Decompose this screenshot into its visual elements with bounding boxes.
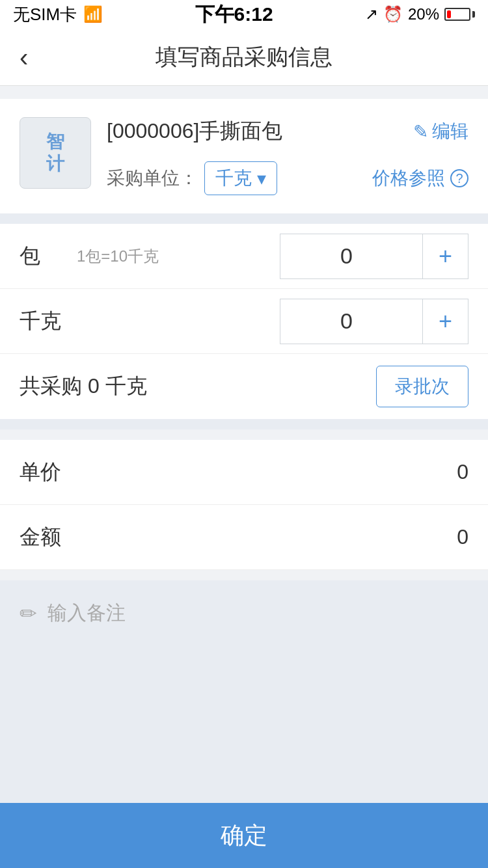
pencil-icon: ✏ (20, 601, 37, 626)
status-bar: 无SIM卡 📶 下午6:12 ↗ ⏰ 20% (0, 0, 488, 29)
product-card: 智 计 [0000006]手撕面包 ✎ 编辑 采购单位： 千克 ▾ 价格参照 ? (0, 99, 488, 213)
bag-label: 包 (20, 242, 72, 271)
unit-selector-group: 采购单位： 千克 ▾ (107, 161, 277, 195)
amount-label: 金额 (20, 523, 61, 552)
unit-price-label: 单价 (20, 458, 61, 487)
unit-price-row: 单价 0 (0, 440, 488, 505)
price-reference-button[interactable]: 价格参照 ? (372, 166, 468, 191)
section-divider-2 (0, 419, 488, 429)
kg-label: 千克 (20, 307, 72, 336)
help-icon: ? (450, 169, 468, 187)
bag-input-controls: + (280, 234, 468, 279)
page-title: 填写商品采购信息 (156, 42, 332, 72)
input-section: 包 1包=10千克 + 千克 + 共采购 0 千克 录批次 (0, 224, 488, 419)
kg-plus-button[interactable]: + (423, 299, 468, 344)
bag-quantity-input[interactable] (280, 234, 423, 279)
product-image: 智 计 (20, 117, 91, 189)
bag-input-row: 包 1包=10千克 + (0, 224, 488, 289)
kg-plus-icon: + (439, 308, 452, 335)
unit-value: 千克 (215, 166, 252, 191)
status-right: ↗ ⏰ 20% (365, 5, 475, 23)
bag-plus-button[interactable]: + (423, 234, 468, 279)
confirm-button[interactable]: 确定 (0, 803, 488, 868)
amount-value: 0 (457, 525, 468, 549)
bag-plus-icon: + (439, 243, 452, 270)
product-name: [0000006]手撕面包 (107, 117, 282, 146)
battery-percent: 20% (408, 5, 439, 23)
wifi-icon: 📶 (83, 5, 103, 23)
price-section: 单价 0 金额 0 (0, 440, 488, 570)
product-info: [0000006]手撕面包 ✎ 编辑 采购单位： 千克 ▾ 价格参照 ? (107, 117, 468, 195)
location-icon: ↗ (365, 5, 378, 23)
unit-dropdown[interactable]: 千克 ▾ (204, 161, 277, 195)
alarm-icon: ⏰ (383, 5, 403, 23)
carrier-text: 无SIM卡 (13, 3, 77, 26)
back-button[interactable]: ‹ (20, 44, 28, 70)
edit-button[interactable]: ✎ 编辑 (413, 119, 468, 144)
section-divider-1 (0, 213, 488, 224)
content-area (0, 646, 488, 828)
battery-icon (444, 8, 475, 21)
bag-sublabel: 1包=10千克 (77, 246, 159, 267)
product-name-row: [0000006]手撕面包 ✎ 编辑 (107, 117, 468, 146)
status-left: 无SIM卡 📶 (13, 3, 103, 26)
edit-icon: ✎ (413, 121, 428, 142)
summary-text: 共采购 0 千克 (20, 372, 147, 401)
unit-price-value: 0 (457, 460, 468, 484)
dropdown-arrow-icon: ▾ (257, 168, 266, 189)
kg-input-row: 千克 + (0, 289, 488, 354)
summary-row: 共采购 0 千克 录批次 (0, 354, 488, 419)
unit-label: 采购单位： (107, 166, 198, 191)
note-placeholder: 输入备注 (47, 600, 126, 627)
note-section[interactable]: ✏ 输入备注 (0, 580, 488, 646)
amount-row: 金额 0 (0, 505, 488, 570)
edit-label: 编辑 (432, 119, 468, 144)
product-logo: 智 计 (46, 131, 64, 174)
time-display: 下午6:12 (195, 1, 273, 28)
unit-row: 采购单位： 千克 ▾ 价格参照 ? (107, 161, 468, 195)
price-ref-label: 价格参照 (372, 166, 445, 191)
kg-quantity-input[interactable] (280, 299, 423, 344)
record-batch-button[interactable]: 录批次 (376, 366, 468, 407)
kg-input-controls: + (280, 299, 468, 344)
nav-bar: ‹ 填写商品采购信息 (0, 29, 488, 86)
